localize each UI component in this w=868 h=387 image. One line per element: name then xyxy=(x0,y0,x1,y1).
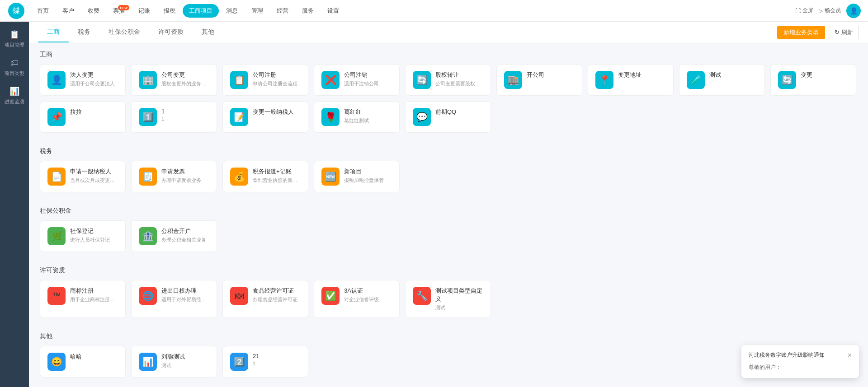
card-title: 税务报道+记账 xyxy=(253,168,301,176)
section-title: 税务 xyxy=(40,147,857,155)
card-icon: 😄 xyxy=(47,353,66,371)
card-icon: 📋 xyxy=(230,71,248,89)
nav-item-服务[interactable]: 服务 xyxy=(296,4,320,18)
cards-grid: 😄 哈哈 📊 刘聪测试 测试 2️⃣ 21 1 xyxy=(40,346,857,378)
tab-税务[interactable]: 税务 xyxy=(69,23,99,42)
card-测试项目类型自定义[interactable]: 🔧 测试项目类型自定义 测试 xyxy=(405,280,491,318)
card-title: 公司注册 xyxy=(253,71,301,79)
card-icon: 📊 xyxy=(139,353,157,371)
add-type-button[interactable]: 新增业务类型 xyxy=(777,26,825,39)
card-葛红红[interactable]: 🌹 葛红红 葛红红测试 xyxy=(314,101,400,133)
card-公司注册[interactable]: 📋 公司注册 申请公司注册全流程 xyxy=(222,64,308,96)
card-前期QQ[interactable]: 💬 前期QQ xyxy=(405,101,491,133)
cards-grid: ™ 商标注册 用于企业商标注册服务 🌐 进出口权办理 适用于对外贸易经营者 🍽 … xyxy=(40,280,857,318)
card-title: 申请一般纳税人 xyxy=(70,168,118,176)
card-食品经营许可证[interactable]: 🍽 食品经营许可证 办理食品经营许可证 xyxy=(222,280,308,318)
nav-item-管理[interactable]: 管理 xyxy=(245,4,269,18)
card-desc: 适用于公司变更法人 xyxy=(70,80,118,87)
card-申请一般纳税人[interactable]: 📄 申请一般纳税人 当月或次月成变更完成 xyxy=(40,161,126,192)
card-申请发票[interactable]: 🧾 申请发票 办理申请发票业务 xyxy=(131,161,217,192)
refresh-label: 刷新 xyxy=(841,28,853,37)
card-text: 商标注册 用于企业商标注册服务 xyxy=(70,287,118,303)
card-text: 股权转让 公司变更需要股权转让 xyxy=(435,71,483,87)
nav-item-工商项目[interactable]: 工商项目 xyxy=(183,4,219,18)
sidebar-item-进度监测[interactable]: 📊 进度监测 xyxy=(2,82,27,109)
tab-许可资质[interactable]: 许可资质 xyxy=(149,23,193,42)
card-进出口权办理[interactable]: 🌐 进出口权办理 适用于对外贸易经营者 xyxy=(131,280,217,318)
main-layout: 📋 项目管理 🏷 项目类型 📊 进度监测 工商税务社保公积金许可资质其他 新增业… xyxy=(0,22,868,387)
nav-item-收费[interactable]: 收费 xyxy=(81,4,106,18)
member-icon: ▷ xyxy=(819,8,823,14)
refresh-button[interactable]: ↻ 刷新 xyxy=(829,26,859,39)
nav-item-经营[interactable]: 经营 xyxy=(270,4,295,18)
card-公司变更[interactable]: 🏢 公司变更 股权变更外的业务变更 xyxy=(131,64,217,96)
sidebar-label: 项目管理 xyxy=(5,42,24,48)
cards-grid: 🌿 社保登记 进行人员社保登记 🏦 公积金开户 办理公积金相关业务 xyxy=(40,220,857,252)
notif-title: 河北税务数字账户升级影响通知 xyxy=(749,351,825,359)
top-nav: 蝶 首页客户收费票据new记账报税工商项目消息管理经营服务设置 ⛶ 全屏 ▷ 畅… xyxy=(0,0,868,22)
card-商标注册[interactable]: ™ 商标注册 用于企业商标注册服务 xyxy=(40,280,126,318)
card-3A认证[interactable]: ✅ 3A认证 对企业信誉评级 xyxy=(314,280,400,318)
sidebar-icon: 📊 xyxy=(9,86,20,97)
card-text: 拉拉 xyxy=(70,108,118,117)
card-股权转让[interactable]: 🔄 股权转让 公司变更需要股权转让 xyxy=(405,64,491,96)
card-icon: 📍 xyxy=(595,71,613,89)
card-公积金开户[interactable]: 🏦 公积金开户 办理公积金相关业务 xyxy=(131,220,217,252)
card-title: 法人变更 xyxy=(70,71,118,79)
logo[interactable]: 蝶 xyxy=(7,2,25,20)
nav-item-客户[interactable]: 客户 xyxy=(56,4,80,18)
card-哈哈[interactable]: 😄 哈哈 xyxy=(40,346,126,378)
nav-item-设置[interactable]: 设置 xyxy=(321,4,345,18)
card-税务报道+记账[interactable]: 💰 税务报道+记账 拿到营业执照的新公司 xyxy=(222,161,308,192)
card-测试[interactable]: 🧪 测试 xyxy=(679,64,765,96)
avatar[interactable]: 👤 xyxy=(846,4,861,18)
card-title: 测试项目类型自定义 xyxy=(435,287,483,303)
card-拉拉[interactable]: 📌 拉拉 xyxy=(40,101,126,133)
card-1[interactable]: 1️⃣ 1 1 xyxy=(131,101,217,133)
notif-close-button[interactable]: × xyxy=(848,351,852,359)
card-法人变更[interactable]: 👤 法人变更 适用于公司变更法人 xyxy=(40,64,126,96)
card-变更地址[interactable]: 📍 变更地址 xyxy=(588,64,674,96)
card-text: 开公司 xyxy=(527,71,575,80)
tab-社保公积金[interactable]: 社保公积金 xyxy=(99,23,149,42)
card-icon: 🌹 xyxy=(321,108,340,126)
card-icon: ✅ xyxy=(321,287,340,305)
tab-其他[interactable]: 其他 xyxy=(193,23,223,42)
nav-item-报税[interactable]: 报税 xyxy=(157,4,182,18)
card-icon: 🏢 xyxy=(139,71,157,89)
nav-item-首页[interactable]: 首页 xyxy=(31,4,55,18)
sidebar-item-项目类型[interactable]: 🏷 项目类型 xyxy=(2,54,27,80)
card-title: 进出口权办理 xyxy=(161,287,209,295)
card-text: 公积金开户 办理公积金相关业务 xyxy=(161,227,209,243)
card-desc: 适用于对外贸易经营者 xyxy=(161,296,209,303)
nav-item-记账[interactable]: 记账 xyxy=(132,4,156,18)
card-title: 新项目 xyxy=(344,168,392,176)
fullscreen-btn[interactable]: ⛶ 全屏 xyxy=(795,7,813,14)
sidebar-item-项目管理[interactable]: 📋 项目管理 xyxy=(2,25,27,52)
nav-item-消息[interactable]: 消息 xyxy=(220,4,244,18)
card-变更一般纳税人[interactable]: 📝 变更一般纳税人 xyxy=(222,101,308,133)
notif-body: 尊敬的用户： xyxy=(749,363,852,372)
card-desc: 适用于注销公司 xyxy=(344,80,392,87)
card-21[interactable]: 2️⃣ 21 1 xyxy=(222,346,308,378)
card-text: 测试 xyxy=(709,71,757,80)
fullscreen-icon: ⛶ xyxy=(795,8,801,14)
card-新项目[interactable]: 🆕 新项目 报税加税控盘保管 xyxy=(314,161,400,192)
card-社保登记[interactable]: 🌿 社保登记 进行人员社保登记 xyxy=(40,220,126,252)
tab-items: 工商税务社保公积金许可资质其他 xyxy=(38,23,223,42)
card-公司注销[interactable]: ❌ 公司注销 适用于注销公司 xyxy=(314,64,400,96)
notif-body-text: 尊敬的用户： xyxy=(749,364,781,370)
card-desc: 当月或次月成变更完成 xyxy=(70,177,118,184)
card-icon: ™ xyxy=(47,287,66,305)
card-刘聪测试[interactable]: 📊 刘聪测试 测试 xyxy=(131,346,217,378)
tab-工商[interactable]: 工商 xyxy=(38,23,69,42)
member-label: 畅会员 xyxy=(825,7,841,14)
card-开公司[interactable]: 🏬 开公司 xyxy=(496,64,582,96)
nav-item-票据[interactable]: 票据new xyxy=(107,4,131,18)
card-desc: 办理申请发票业务 xyxy=(161,177,209,184)
card-变更[interactable]: 🔄 变更 xyxy=(770,64,856,96)
tab-bar: 工商税务社保公积金许可资质其他 新增业务类型 ↻ 刷新 xyxy=(29,22,868,43)
card-title: 公司注销 xyxy=(344,71,392,79)
member-btn[interactable]: ▷ 畅会员 xyxy=(819,7,841,14)
card-desc: 葛红红测试 xyxy=(344,117,392,124)
